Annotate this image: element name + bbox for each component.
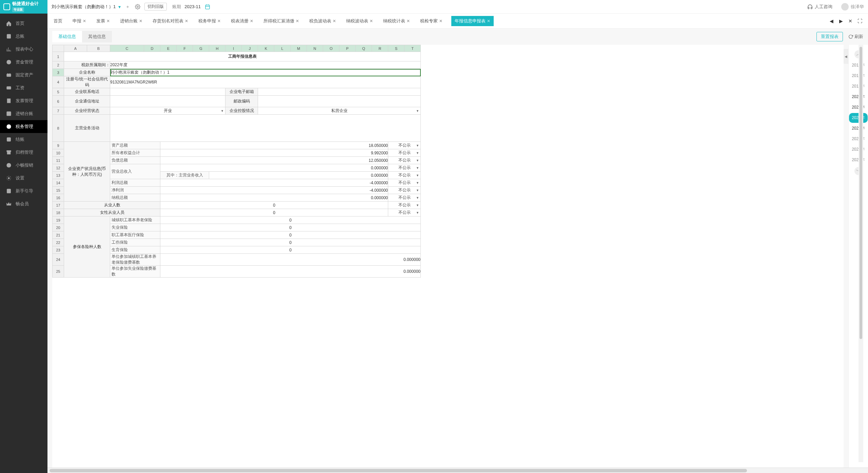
reset-button[interactable]: 重置报表 [816, 32, 843, 41]
column-header[interactable]: J [242, 45, 258, 52]
tab-税检专家[interactable]: 税检专家✕ [419, 16, 444, 26]
value-address[interactable] [110, 96, 225, 107]
row-number[interactable]: 25 [53, 266, 64, 278]
tab-prev-icon[interactable]: ◀ [828, 18, 835, 24]
column-header[interactable]: A [64, 45, 87, 52]
value-registration[interactable]: 91320811MA7NGR2W6R [110, 76, 421, 88]
column-header[interactable]: P [339, 45, 356, 52]
user-menu[interactable]: 徐泽华 [841, 3, 864, 11]
add-account-icon[interactable]: ＋ [124, 3, 131, 10]
column-header[interactable]: Q [356, 45, 372, 52]
value-tax-period[interactable]: 2022年度 [110, 61, 421, 69]
column-header[interactable]: N [307, 45, 323, 52]
row-number[interactable]: 22 [53, 239, 64, 246]
column-header[interactable]: M [291, 45, 307, 52]
tab-存货别名对照表[interactable]: 存货别名对照表✕ [151, 16, 190, 26]
value-fin[interactable]: -4.000000 [160, 179, 388, 187]
dropdown-disclosure[interactable]: 不公示▼ [388, 142, 421, 149]
sub-tab-基础信息[interactable]: 基础信息 [52, 31, 82, 42]
value-ins[interactable]: 0 [160, 239, 421, 246]
value-phone[interactable] [110, 88, 225, 96]
close-icon[interactable]: ✕ [139, 19, 142, 23]
tab-进销台账[interactable]: 进销台账✕ [119, 16, 144, 26]
column-header[interactable]: T [405, 45, 421, 52]
value-fin[interactable]: 9.992000 [160, 149, 388, 157]
period-value[interactable]: 2023-11 [184, 4, 201, 9]
value-revenue[interactable]: 0.000000 [160, 164, 388, 172]
value-fin[interactable]: 0.000000 [160, 194, 388, 202]
row-number[interactable]: 20 [53, 224, 64, 231]
row-number[interactable]: 18 [53, 209, 64, 216]
tab-年报信息申报表[interactable]: 年报信息申报表✕ [451, 16, 494, 26]
row-number[interactable]: 8 [53, 115, 64, 142]
close-icon[interactable]: ✕ [185, 19, 188, 23]
tab-税务申报[interactable]: 税务申报✕ [197, 16, 222, 26]
close-icon[interactable]: ✕ [487, 19, 490, 23]
column-header[interactable]: E [160, 45, 177, 52]
value-ins[interactable]: 0 [160, 246, 421, 254]
close-icon[interactable]: ✕ [439, 19, 442, 23]
dropdown-disclosure[interactable]: 不公示▼ [388, 149, 421, 157]
dropdown-disclosure[interactable]: 不公示▼ [388, 209, 421, 216]
sidebar-item-reimburse[interactable]: 小畅报销 [0, 159, 47, 172]
close-icon[interactable]: ✕ [217, 19, 221, 23]
row-number[interactable]: 14 [53, 179, 64, 187]
value-unemp-base[interactable]: 0.000000 [160, 266, 421, 278]
value-female[interactable]: 0 [160, 209, 388, 216]
row-number[interactable]: 17 [53, 202, 64, 209]
row-number[interactable]: 10 [53, 149, 64, 157]
close-icon[interactable]: ✕ [333, 19, 336, 23]
sidebar-item-close[interactable]: 结账 [0, 133, 47, 146]
row-number[interactable]: 9 [53, 142, 64, 149]
sidebar-item-archive[interactable]: 归档管理 [0, 146, 47, 159]
horizontal-scrollbar[interactable] [47, 468, 868, 473]
old-version-button[interactable]: 切到旧版 [144, 3, 167, 11]
value-ins[interactable]: 0 [160, 216, 421, 224]
tab-申报[interactable]: 申报✕ [71, 16, 87, 26]
column-header[interactable]: B [87, 45, 110, 52]
column-header[interactable]: R [372, 45, 388, 52]
column-header[interactable]: D [144, 45, 160, 52]
column-header[interactable]: C [110, 45, 144, 52]
year-rail-toggle[interactable]: ◀ [844, 49, 848, 64]
row-number[interactable]: 23 [53, 246, 64, 254]
vertical-scrollbar[interactable] [859, 45, 863, 462]
dropdown-op-status[interactable]: 开业▼ [110, 107, 225, 115]
value-email[interactable] [258, 88, 421, 96]
tab-首页[interactable]: 首页 [52, 16, 64, 26]
row-number[interactable]: 6 [53, 96, 64, 107]
row-number[interactable]: 12 [53, 164, 64, 172]
row-number[interactable]: 1 [53, 52, 64, 61]
dropdown-disclosure[interactable]: 不公示▼ [388, 187, 421, 194]
tab-发票[interactable]: 发票✕ [95, 16, 111, 26]
sidebar-item-salary[interactable]: 工资 [0, 81, 47, 94]
row-number[interactable]: 16 [53, 194, 64, 202]
refresh-button[interactable]: 刷新 [848, 34, 863, 40]
value-main-biz[interactable] [110, 115, 421, 142]
select-all-corner[interactable] [53, 45, 64, 52]
dropdown-holding[interactable]: 私营企业▼ [258, 107, 421, 115]
consult-button[interactable]: 人工咨询 [807, 4, 832, 10]
tab-纳税波动表[interactable]: 纳税波动表✕ [345, 16, 374, 26]
row-number[interactable]: 13 [53, 172, 64, 179]
value-employees[interactable]: 0 [160, 202, 388, 209]
dropdown-disclosure[interactable]: 不公示▼ [388, 172, 421, 179]
sub-tab-其他信息[interactable]: 其他信息 [82, 31, 112, 42]
dropdown-disclosure[interactable]: 不公示▼ [388, 194, 421, 202]
sidebar-item-tax[interactable]: 税务管理 [0, 120, 47, 133]
tab-next-icon[interactable]: ▶ [837, 18, 844, 24]
row-number[interactable]: 15 [53, 187, 64, 194]
sidebar-item-report[interactable]: 报表中心 [0, 43, 47, 56]
sidebar-item-invoice[interactable]: 发票管理 [0, 94, 47, 107]
tab-税负波动表[interactable]: 税负波动表✕ [308, 16, 337, 26]
row-number[interactable]: 4 [53, 76, 64, 88]
column-header[interactable]: L [274, 45, 291, 52]
value-company-name[interactable]: 刘小艳演示账套（勿删勿动！）1 [110, 69, 421, 76]
column-header[interactable]: S [388, 45, 405, 52]
dropdown-disclosure[interactable]: 不公示▼ [388, 202, 421, 209]
close-icon[interactable]: ✕ [106, 19, 110, 23]
close-icon[interactable]: ✕ [407, 19, 410, 23]
column-header[interactable]: O [323, 45, 339, 52]
value-pension-base[interactable]: 0.000000 [160, 254, 421, 266]
column-header[interactable]: H [209, 45, 225, 52]
